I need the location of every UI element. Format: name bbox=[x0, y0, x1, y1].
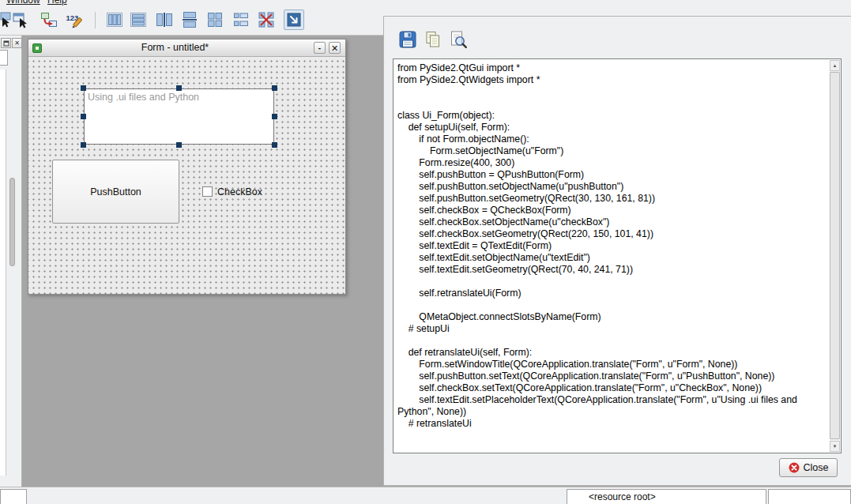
form-canvas[interactable]: Using .ui files and Python PushButton Ch… bbox=[28, 57, 345, 294]
selection-handle-top-left[interactable] bbox=[81, 85, 86, 91]
dock-float-icon[interactable] bbox=[1, 38, 11, 48]
selection-handle-top-right[interactable] bbox=[272, 85, 277, 91]
menu-help[interactable]: Help bbox=[47, 0, 67, 6]
selection-handle-mid-left[interactable] bbox=[81, 114, 86, 119]
widget-box-filter-input[interactable] bbox=[0, 50, 8, 66]
selection-handle-bottom-center[interactable] bbox=[176, 142, 182, 148]
selection-handle-top-center[interactable] bbox=[176, 85, 182, 91]
close-circle-icon bbox=[789, 462, 800, 473]
textedit-widget[interactable]: Using .ui files and Python bbox=[84, 88, 274, 145]
break-layout-icon[interactable] bbox=[256, 9, 277, 30]
scrollbar-thumb[interactable] bbox=[830, 72, 840, 439]
form-minimize-button[interactable]: - bbox=[314, 42, 326, 54]
widget-box-dock: ✕ bbox=[0, 36, 22, 487]
resource-side-panel[interactable] bbox=[768, 489, 851, 504]
dock-close-icon[interactable]: ✕ bbox=[12, 38, 22, 48]
copy-icon[interactable] bbox=[422, 28, 444, 51]
edit-widgets-icon[interactable] bbox=[10, 9, 31, 30]
form-window-icon bbox=[32, 43, 42, 53]
resource-root-label: <resource root> bbox=[589, 491, 656, 502]
close-button[interactable]: Close bbox=[779, 458, 838, 477]
widget-box-list[interactable] bbox=[0, 70, 6, 476]
find-icon[interactable] bbox=[447, 28, 469, 51]
pushbutton-widget[interactable]: PushButton bbox=[52, 160, 179, 224]
save-icon[interactable] bbox=[397, 28, 419, 51]
bottom-dock: <resource root> bbox=[0, 487, 851, 504]
checkbox-widget[interactable]: CheckBox bbox=[202, 175, 282, 208]
menubar: Window Help bbox=[0, 0, 851, 6]
form-close-button[interactable]: ✕ bbox=[329, 42, 341, 54]
menu-window[interactable]: Window bbox=[6, 0, 40, 6]
selection-handle-bottom-left[interactable] bbox=[81, 142, 86, 148]
generated-code[interactable]: from PySide2.QtGui import * from PySide2… bbox=[394, 60, 829, 451]
layout-horizontal-icon[interactable] bbox=[104, 9, 125, 30]
scroll-up-icon[interactable]: ▲ bbox=[830, 60, 840, 71]
selection-handle-bottom-right[interactable] bbox=[272, 142, 277, 148]
splitter-vertical-icon[interactable] bbox=[179, 9, 200, 30]
qt-designer-window: Window Help 123 bbox=[0, 0, 851, 504]
close-button-label: Close bbox=[804, 462, 829, 473]
adjust-size-icon[interactable] bbox=[284, 9, 304, 30]
layout-grid-icon[interactable] bbox=[205, 9, 225, 30]
form-window-title: Form - untitled* bbox=[44, 42, 306, 53]
widget-box-scrollbar[interactable] bbox=[9, 178, 15, 266]
form-editor-window: Form - untitled* - ✕ Using .ui files and… bbox=[28, 39, 346, 295]
code-view: from PySide2.QtGui import * from PySide2… bbox=[393, 58, 842, 453]
toolbar-separator bbox=[95, 12, 96, 28]
splitter-horizontal-icon[interactable] bbox=[154, 9, 175, 30]
scroll-down-icon[interactable]: ▼ bbox=[830, 441, 840, 452]
edit-signals-slots-icon[interactable] bbox=[39, 9, 59, 30]
edit-tab-order-icon[interactable]: 123 bbox=[64, 9, 85, 30]
code-preview-dialog: from PySide2.QtGui import * from PySide2… bbox=[383, 16, 851, 486]
bottom-left-panel[interactable] bbox=[0, 489, 27, 504]
code-scrollbar[interactable]: ▲ ▼ bbox=[830, 60, 840, 452]
checkbox-indicator[interactable] bbox=[202, 186, 213, 197]
form-titlebar[interactable]: Form - untitled* - ✕ bbox=[28, 39, 345, 57]
resource-root-item[interactable]: <resource root> bbox=[567, 489, 766, 504]
layout-form-icon[interactable] bbox=[231, 9, 251, 30]
checkbox-label: CheckBox bbox=[217, 186, 262, 197]
selection-handle-mid-right[interactable] bbox=[272, 114, 277, 119]
layout-vertical-icon[interactable] bbox=[128, 9, 149, 30]
